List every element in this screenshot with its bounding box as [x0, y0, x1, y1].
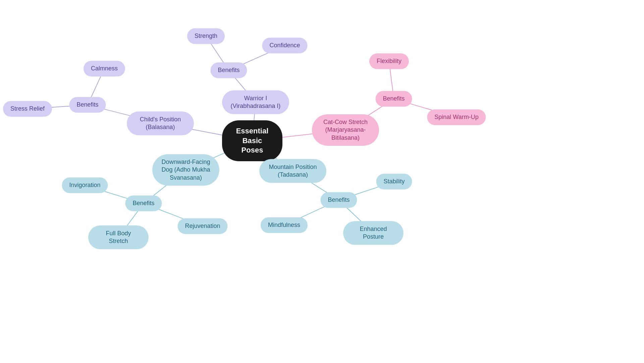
node-benefits_purple[interactable]: Benefits [69, 97, 106, 113]
node-flexibility[interactable]: Flexibility [369, 53, 409, 69]
node-benefits_warrior[interactable]: Benefits [210, 62, 247, 78]
node-benefits_pink[interactable]: Benefits [375, 91, 412, 107]
node-stability[interactable]: Stability [376, 174, 412, 189]
node-warrior[interactable]: Warrior I (Virabhadrasana I) [222, 90, 289, 114]
node-enhanced_posture[interactable]: Enhanced Posture [343, 221, 404, 245]
node-mindfulness[interactable]: Mindfulness [261, 217, 308, 233]
node-childs_position[interactable]: Child's Position (Balasana) [127, 112, 194, 135]
node-rejuvenation[interactable]: Rejuvenation [177, 218, 227, 234]
node-center[interactable]: Essential Basic Poses [222, 120, 282, 161]
node-calmness[interactable]: Calmness [84, 61, 125, 76]
node-benefits_blue_left[interactable]: Benefits [125, 195, 162, 211]
mind-map: Essential Basic PosesChild's Position (B… [0, 0, 644, 363]
node-strength[interactable]: Strength [187, 28, 225, 44]
node-invigoration[interactable]: Invigoration [62, 177, 108, 193]
node-spinal_warmup[interactable]: Spinal Warm-Up [427, 109, 486, 125]
node-benefits_blue_right[interactable]: Benefits [320, 192, 357, 208]
node-stress_relief[interactable]: Stress Relief [3, 101, 52, 117]
node-confidence[interactable]: Confidence [262, 38, 307, 53]
node-full_body_stretch[interactable]: Full Body Stretch [88, 226, 149, 249]
node-mountain[interactable]: Mountain Position (Tadasana) [259, 159, 326, 183]
node-cat_cow[interactable]: Cat-Cow Stretch (Marjaryasana-Bitilasana… [312, 114, 379, 146]
node-downward_dog[interactable]: Downward-Facing Dog (Adho Mukha Svanasan… [152, 154, 219, 186]
